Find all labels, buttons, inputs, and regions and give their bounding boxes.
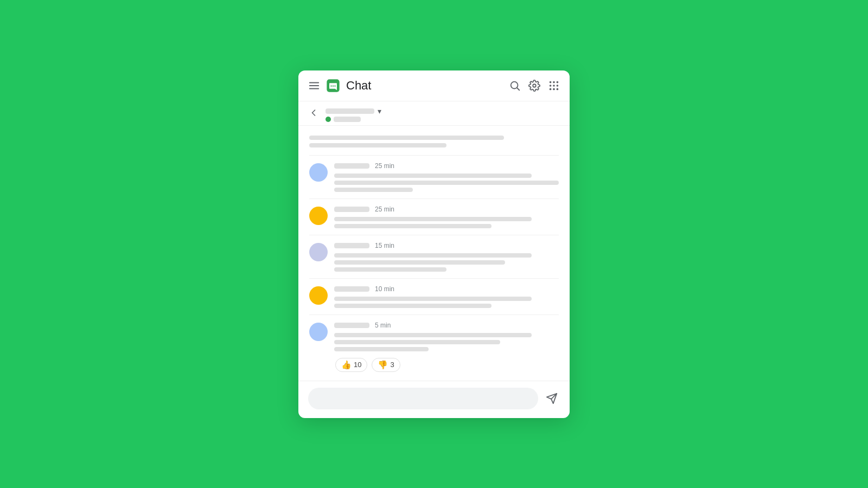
reactions-row: 👍 10 👎 3 — [298, 356, 570, 377]
msg-line — [334, 267, 446, 272]
header-title: Chat — [346, 79, 371, 93]
message-lines — [334, 253, 559, 272]
header-icons — [509, 80, 560, 92]
msg-line — [334, 253, 532, 258]
top-skeleton-line-2 — [309, 143, 446, 147]
reaction-thumbsup[interactable]: 👍 10 — [335, 358, 367, 372]
divider-1 — [309, 198, 559, 199]
svg-point-16 — [550, 88, 552, 90]
divider-2 — [309, 235, 559, 235]
message-row: 15 min — [298, 237, 570, 276]
divider-4 — [309, 314, 559, 315]
menu-icon[interactable] — [308, 80, 320, 92]
message-lines — [334, 297, 559, 308]
svg-point-5 — [333, 85, 334, 86]
conv-status-skeleton — [334, 117, 361, 122]
thumbsdown-emoji: 👎 — [378, 360, 388, 370]
top-skeletons — [298, 131, 570, 153]
svg-point-9 — [533, 84, 536, 87]
msg-line — [334, 260, 505, 265]
app-window: Chat — [298, 70, 570, 418]
avatar — [309, 286, 328, 305]
message-row: 25 min — [298, 201, 570, 233]
message-meta: 15 min — [334, 242, 559, 249]
divider-3 — [309, 278, 559, 279]
sender-name-skeleton — [334, 286, 369, 292]
msg-line — [334, 333, 532, 337]
avatar — [309, 163, 328, 182]
sender-name-skeleton — [334, 207, 369, 212]
header-left: Chat — [308, 78, 503, 93]
svg-point-18 — [557, 88, 559, 90]
message-row: 10 min — [298, 281, 570, 312]
back-icon[interactable] — [308, 107, 319, 121]
msg-line — [334, 174, 532, 178]
msg-line — [334, 340, 500, 344]
msg-line — [334, 217, 532, 221]
message-meta: 5 min — [334, 322, 559, 329]
chat-logo-icon — [326, 78, 341, 93]
thumbsdown-count: 3 — [390, 361, 394, 369]
divider-0 — [309, 155, 559, 156]
svg-point-6 — [334, 85, 335, 86]
svg-point-11 — [553, 81, 555, 83]
svg-point-4 — [330, 85, 331, 86]
message-time: 10 min — [375, 285, 394, 293]
message-lines — [334, 174, 559, 192]
message-row: 25 min — [298, 158, 570, 196]
message-time: 15 min — [375, 242, 394, 249]
msg-line — [334, 297, 532, 301]
send-button[interactable] — [544, 390, 560, 407]
svg-point-10 — [550, 81, 552, 83]
message-time: 25 min — [375, 162, 394, 170]
sender-name-skeleton — [334, 163, 369, 169]
conv-name-row: ▾ — [326, 107, 381, 122]
message-input[interactable] — [308, 388, 538, 409]
msg-line — [334, 224, 492, 228]
conv-name-bar: ▾ — [326, 107, 381, 115]
search-icon[interactable] — [509, 80, 521, 92]
sender-name-skeleton — [334, 243, 369, 248]
message-lines — [334, 333, 559, 351]
svg-point-12 — [557, 81, 559, 83]
message-content: 15 min — [334, 242, 559, 272]
message-content: 10 min — [334, 285, 559, 308]
msg-line — [334, 347, 429, 351]
message-row: 5 min — [298, 317, 570, 356]
conv-status-row — [326, 117, 381, 122]
thumbsup-count: 10 — [354, 361, 361, 369]
svg-point-13 — [550, 85, 552, 87]
online-status-dot — [326, 117, 331, 122]
svg-point-7 — [511, 81, 518, 88]
messages-area: 25 min 25 min — [298, 126, 570, 381]
message-content: 5 min — [334, 322, 559, 351]
message-content: 25 min — [334, 162, 559, 192]
avatar — [309, 243, 328, 261]
avatar — [309, 207, 328, 225]
svg-point-17 — [553, 88, 555, 90]
message-meta: 25 min — [334, 206, 559, 213]
dropdown-arrow-icon[interactable]: ▾ — [378, 107, 381, 115]
message-meta: 10 min — [334, 285, 559, 293]
sender-name-skeleton — [334, 323, 369, 328]
svg-line-8 — [517, 88, 519, 90]
conv-header: ▾ — [298, 101, 570, 126]
message-time: 5 min — [375, 322, 391, 329]
header: Chat — [298, 70, 570, 101]
svg-point-15 — [557, 85, 559, 87]
apps-icon[interactable] — [548, 80, 560, 92]
avatar — [309, 323, 328, 341]
reaction-thumbsdown[interactable]: 👎 3 — [372, 358, 400, 372]
msg-line — [334, 304, 492, 308]
conv-name-skeleton — [326, 108, 374, 114]
thumbsup-emoji: 👍 — [341, 360, 352, 370]
message-time: 25 min — [375, 206, 394, 213]
input-area — [298, 381, 570, 418]
settings-icon[interactable] — [528, 80, 540, 92]
message-meta: 25 min — [334, 162, 559, 170]
svg-point-14 — [553, 85, 555, 87]
msg-line — [334, 188, 413, 192]
message-lines — [334, 217, 559, 228]
msg-line — [334, 181, 559, 185]
message-content: 25 min — [334, 206, 559, 228]
